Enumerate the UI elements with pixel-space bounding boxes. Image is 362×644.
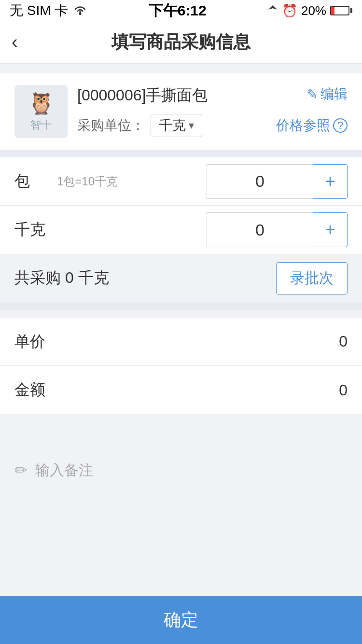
- unit-label: 采购单位：: [77, 116, 145, 135]
- battery-percent: 20%: [301, 3, 326, 18]
- page-title: 填写商品采购信息: [111, 30, 251, 54]
- unit-row: 采购单位： 千克 ▾ 价格参照 ?: [77, 114, 348, 137]
- confirm-button[interactable]: 确定: [0, 596, 362, 644]
- edit-button[interactable]: ✎ 编辑: [306, 85, 348, 103]
- input-section: 包 1包=10千克 0 + 千克 0 +: [0, 157, 362, 254]
- product-thumbnail: 🦉 智十: [14, 85, 68, 138]
- chevron-down-icon: ▾: [189, 119, 194, 132]
- kg-input-group: 0 +: [207, 212, 348, 247]
- note-placeholder: 输入备注: [35, 461, 93, 480]
- status-time: 下午6:12: [149, 1, 207, 21]
- nav-bar: ‹ 填写商品采购信息: [0, 21, 362, 64]
- edit-icon: ✎: [306, 86, 318, 102]
- bag-input-row: 包 1包=10千克 0 +: [0, 157, 362, 206]
- status-right: ⏰ 20%: [267, 3, 352, 18]
- bag-input-group: 0 +: [207, 164, 348, 199]
- amount-value: 0: [339, 381, 348, 399]
- kg-input[interactable]: 0: [207, 212, 313, 247]
- product-thumb-owl: 🦉: [28, 91, 55, 116]
- unit-value: 千克: [159, 116, 186, 135]
- bag-sublabel: 1包=10千克: [57, 174, 118, 189]
- kg-plus-button[interactable]: +: [313, 212, 348, 247]
- back-button[interactable]: ‹: [12, 32, 18, 53]
- product-thumb-label: 智十: [30, 118, 52, 132]
- divider-1: [0, 150, 362, 157]
- batch-button[interactable]: 录批次: [276, 262, 348, 294]
- help-icon: ?: [333, 118, 348, 133]
- product-card: 🦉 智十 [0000006]手撕面包 ✎ 编辑 采购单位： 千克 ▾ 价格参照: [0, 73, 362, 150]
- summary-row: 共采购 0 千克 录批次: [0, 254, 362, 302]
- unit-select[interactable]: 千克 ▾: [151, 114, 202, 137]
- carrier-label: 无 SIM 卡: [10, 1, 68, 20]
- status-bar: 无 SIM 卡 下午6:12 ⏰ 20%: [0, 0, 362, 21]
- alarm-icon: ⏰: [282, 3, 297, 18]
- price-ref-button[interactable]: 价格参照 ?: [276, 116, 348, 135]
- wifi-icon: [73, 3, 87, 18]
- svg-point-0: [79, 13, 82, 15]
- status-left: 无 SIM 卡: [10, 1, 87, 20]
- amount-row: 金额 0: [0, 366, 362, 414]
- unit-price-row: 单价 0: [0, 318, 362, 366]
- product-info: [0000006]手撕面包 ✎ 编辑 采购单位： 千克 ▾ 价格参照 ?: [77, 85, 348, 137]
- product-name: [0000006]手撕面包: [77, 85, 208, 106]
- summary-text: 共采购 0 千克: [14, 267, 109, 289]
- note-section[interactable]: ✏ 输入备注: [0, 422, 362, 518]
- unit-price-label: 单价: [14, 331, 45, 352]
- divider-2: [0, 302, 362, 310]
- bag-input[interactable]: 0: [207, 164, 313, 199]
- amount-label: 金额: [14, 379, 45, 401]
- bag-label: 包: [14, 171, 53, 192]
- price-info-section: 单价 0 金额 0: [0, 318, 362, 414]
- battery-indicator: [330, 6, 352, 15]
- kg-label: 千克: [14, 219, 53, 240]
- pencil-icon: ✏: [14, 461, 28, 479]
- location-icon: [267, 3, 278, 18]
- kg-input-row: 千克 0 +: [0, 206, 362, 254]
- unit-price-value: 0: [339, 333, 348, 350]
- bag-plus-button[interactable]: +: [313, 164, 348, 199]
